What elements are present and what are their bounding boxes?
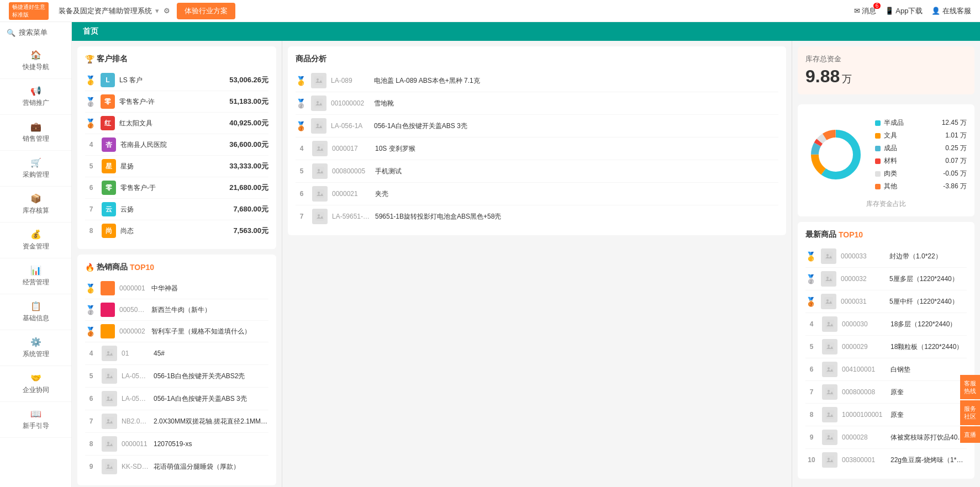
rank-number: 7 (296, 213, 308, 220)
product-image-placeholder (102, 459, 117, 474)
new-product-item: 🥇 0000033 封边带（1.0*22） (805, 245, 967, 268)
system-icon: ⚙️ (30, 337, 41, 347)
hot-product-item: 🥈 000500001 新西兰牛肉（新牛） (85, 299, 268, 321)
product-rank-item: 4 0000017 10S 变刹罗猴 (296, 137, 778, 160)
sidebar-item-marketing[interactable]: 📢 营销推广 (0, 79, 71, 115)
sidebar-item-basic-info[interactable]: 📋 基础信息 (0, 294, 71, 330)
search-menu-button[interactable]: 🔍 搜索菜单 (0, 22, 71, 43)
svg-point-21 (318, 169, 320, 171)
bronze-medal-icon: 🥉 (296, 121, 307, 131)
phone-icon: 📱 (885, 7, 894, 15)
logo: 畅捷通好生意 标准版 (9, 2, 49, 20)
sidebar-item-guide[interactable]: 📖 新手引导 (0, 402, 71, 438)
product-code: KK-SD22110H (122, 463, 149, 470)
message-badge: 6 (873, 3, 881, 9)
legend-item-other: 其他 -3.86 万 (875, 180, 967, 193)
customer-avatar: 零 (101, 94, 115, 109)
customer-amount: 51,183.00元 (229, 97, 268, 107)
new-product-item: 8 10000100001 原奎 (805, 404, 967, 426)
rank-number: 4 (85, 141, 97, 149)
svg-point-52 (828, 458, 830, 460)
product-name: 中华神器 (151, 284, 268, 293)
sidebar-item-sales[interactable]: 💼 销售管理 (0, 115, 71, 151)
app-download-button[interactable]: 📱 App下载 (885, 6, 923, 16)
customer-service-button[interactable]: 客服热线 (960, 375, 980, 400)
live-button[interactable]: 直播 (960, 426, 980, 443)
rank-number: 5 (85, 162, 97, 170)
customer-name: LS 客户 (119, 76, 225, 85)
inventory-value-row: 9.88 万 (805, 66, 967, 87)
product-name: 花语萌值温分腿睡袋（厚款） (154, 462, 268, 472)
content-body: 🏆 客户排名 🥇 L LS 客户 53,006.26元 🥈 零 零售客户-许 5… (72, 41, 980, 487)
online-service-button[interactable]: 👤 在线客服 (931, 6, 971, 16)
hot-product-item: 9 KK-SD22110H 花语萌值温分腿睡袋（厚款） (85, 456, 268, 478)
sidebar-item-quick-nav[interactable]: 🏠 快捷导航 (0, 43, 71, 79)
sidebar-item-system[interactable]: ⚙️ 系统管理 (0, 330, 71, 366)
gold-medal-icon: 🥇 (296, 76, 307, 86)
sidebar-item-cooperation[interactable]: 🤝 企业协同 (0, 366, 71, 402)
svg-point-46 (828, 390, 830, 392)
svg-point-42 (828, 345, 830, 347)
customer-name: 红太阳文具 (119, 119, 225, 128)
product-image-placeholder (821, 248, 836, 264)
bronze-medal-icon: 🥉 (805, 297, 816, 307)
rank-number: 7 (85, 417, 97, 425)
home-tab[interactable]: 首页 (72, 22, 980, 41)
svg-rect-33 (824, 252, 833, 261)
product-code: 10000100001 (842, 411, 886, 419)
product-name: 手机测试 (375, 167, 778, 176)
svg-rect-20 (315, 167, 324, 176)
product-code: 001000002 (331, 99, 370, 107)
legend-item-meat: 肉类 -0.05 万 (875, 167, 967, 180)
product-image-placeholder (311, 73, 326, 88)
product-ranking-card: 商品分析 🥇 LA-089 电池盖 LA-089 ABS本色+黑种 7.1克 🥈… (288, 46, 786, 235)
product-image-placeholder (312, 209, 328, 224)
sidebar-item-operations[interactable]: 📊 经营管理 (0, 258, 71, 294)
rank-number: 6 (85, 184, 97, 192)
product-code: 000800008 (842, 388, 886, 396)
product-rank-item: 🥉 LA-056-1A 056-1A白色按键开关盖ABS 3壳 (296, 115, 778, 137)
logo-line1: 畅捷通好生意 (12, 3, 45, 11)
sidebar-item-finance[interactable]: 💰 资金管理 (0, 223, 71, 258)
message-button[interactable]: ✉ 消息 6 (854, 6, 877, 16)
silver-medal-icon: 🥈 (805, 274, 816, 284)
svg-point-23 (318, 192, 320, 194)
product-name: 056-1B白色按键开关壳ABS2壳 (154, 372, 268, 381)
svg-rect-12 (314, 76, 323, 85)
svg-point-50 (828, 435, 830, 437)
system-selector[interactable]: 装备及固定资产辅助管理系统 ▾ (59, 6, 159, 16)
service-community-button[interactable]: 服务社区 (960, 400, 980, 425)
product-image-placeholder (822, 430, 837, 445)
settings-icon[interactable]: ⚙ (164, 7, 170, 15)
trial-button[interactable]: 体验行业方案 (177, 3, 235, 19)
product-code: 003800001 (842, 456, 886, 464)
legend-dot-meat (875, 171, 881, 177)
rank-number: 7 (85, 205, 97, 213)
customer-amount: 33,333.00元 (229, 161, 268, 171)
svg-point-11 (107, 464, 109, 467)
product-rank-item: 6 0000021 夹壳 (296, 183, 778, 205)
svg-rect-43 (825, 365, 834, 374)
hot-product-item: 8 0000011 12070519-xs (85, 433, 268, 456)
product-name: 5厘多层（1220*2440） (889, 274, 967, 284)
silver-medal-icon: 🥈 (296, 98, 307, 109)
rank-number: 6 (296, 190, 308, 198)
legend-item-semifinished: 半成品 12.45 万 (875, 117, 967, 129)
product-code: 0000021 (332, 190, 371, 198)
product-rank-item: 7 LA-59651-1B 59651-1B旋转投影灯电池盒ABS黑色+58壳 (296, 205, 778, 227)
sidebar-item-inventory[interactable]: 📦 库存核算 (0, 187, 71, 223)
system-name: 装备及固定资产辅助管理系统 (59, 6, 152, 16)
sidebar-item-purchase[interactable]: 🛒 采购管理 (0, 151, 71, 187)
product-name: 18颗粒板（1220*2440） (891, 342, 967, 352)
gold-medal-icon: 🥇 (85, 283, 96, 294)
svg-point-13 (317, 78, 319, 81)
customer-rank-item: 🥇 L LS 客户 53,006.26元 (85, 70, 268, 91)
donut-chart (805, 124, 866, 185)
svg-rect-49 (825, 433, 834, 442)
legend-dot-finished (875, 146, 881, 151)
product-image (101, 324, 115, 338)
product-name: 59651-1B旋转投影灯电池盒ABS黑色+58壳 (375, 212, 778, 221)
product-image-placeholder (102, 414, 117, 429)
product-image-placeholder (312, 186, 328, 202)
customer-avatar: 云 (102, 202, 116, 216)
